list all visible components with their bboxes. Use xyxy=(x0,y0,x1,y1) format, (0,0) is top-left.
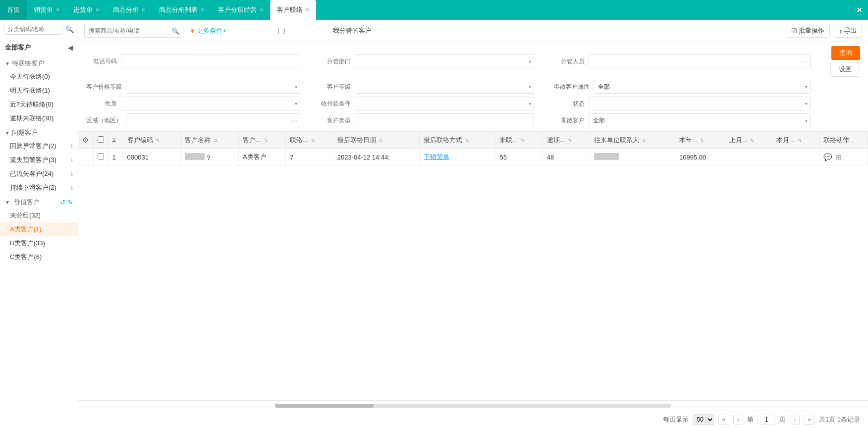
th-last-month[interactable]: 上月... ⇅ xyxy=(725,132,772,149)
contact-icon[interactable]: 💬 xyxy=(823,153,832,161)
status-select[interactable] xyxy=(589,97,811,110)
price-grade-select[interactable] xyxy=(126,80,300,94)
sidebar-item-ungroup[interactable]: 未分组(32) xyxy=(0,209,78,222)
info-icon-0: ℹ xyxy=(71,143,73,150)
pagination: 每页显示 50 « ‹ 第 页 › » 共1页 1条记录 xyxy=(78,411,868,428)
th-contact-count[interactable]: 联络... ⇅ xyxy=(286,132,333,149)
sidebar-item-tomorrow[interactable]: 明天待联络(1) xyxy=(0,84,78,98)
close-all-icon[interactable]: × xyxy=(857,5,862,15)
th-last-date[interactable]: 最后联络日期 ⇅ xyxy=(333,132,419,149)
sidebar-item-7days[interactable]: 近7天待联络(0) xyxy=(0,98,78,111)
lm-sort-icon: ⇅ xyxy=(465,138,469,143)
value-refresh-icon[interactable]: ↺ xyxy=(60,199,65,206)
sidebar-item-churned[interactable]: 已流失客户(24) ℹ xyxy=(0,167,78,181)
nav-sales-close[interactable]: × xyxy=(56,6,59,13)
th-this-year[interactable]: 本年... ⇅ xyxy=(675,132,725,149)
retail-attr-select[interactable]: 全部 xyxy=(594,80,811,94)
nav-goods-close[interactable]: × xyxy=(142,6,145,13)
sidebar-search-input[interactable] xyxy=(4,24,63,35)
nav-customer-tier[interactable]: 客户分层经营 × xyxy=(211,0,270,20)
nav-purchase-close[interactable]: × xyxy=(96,6,99,13)
per-page-select[interactable]: 50 xyxy=(693,414,714,425)
manager-label: 分管人员 xyxy=(554,57,589,66)
sidebar-item-today[interactable]: 今天待联络(0) xyxy=(0,70,78,84)
next-page-btn[interactable]: › xyxy=(790,415,800,425)
th-uncontacted[interactable]: 未联... ⇅ xyxy=(495,132,542,149)
region-wrap: ··· xyxy=(126,113,300,127)
dept-input-wrap: ▾ xyxy=(355,54,534,68)
more-filters-btn[interactable]: ▼ 更多条件 ▾ xyxy=(189,26,226,35)
batch-ops-button[interactable]: ☑ 批量操作 xyxy=(786,24,830,38)
th-category[interactable]: 客户... ⇅ xyxy=(239,132,286,149)
nav-goods-list-close[interactable]: × xyxy=(201,6,204,13)
my-customers-check[interactable] xyxy=(232,28,331,34)
all-customers-label: 全部客户 xyxy=(5,43,31,52)
first-page-btn[interactable]: « xyxy=(718,415,730,425)
nav-customer-contact-close[interactable]: × xyxy=(306,6,309,13)
manager-dots-icon[interactable]: ··· xyxy=(802,57,808,65)
gear-icon[interactable]: ⚙ xyxy=(82,136,89,144)
nav-customer-contact[interactable]: 客户联络 × xyxy=(270,0,316,20)
query-button[interactable]: 查询 xyxy=(831,46,860,60)
nav-home[interactable]: 首页 xyxy=(0,0,27,20)
scroll-thumb[interactable] xyxy=(275,404,374,408)
region-dots-icon[interactable]: ··· xyxy=(291,116,297,124)
more-action-icon[interactable]: ⊞ xyxy=(836,153,842,161)
my-customers-checkbox[interactable]: 我分管的客户 xyxy=(232,26,372,35)
region-field: 区域（地区） ··· xyxy=(86,113,300,127)
th-this-month[interactable]: 本月... ⇅ xyxy=(772,132,819,149)
nav-purchase[interactable]: 进货单 × xyxy=(66,0,106,20)
nature-select[interactable] xyxy=(121,97,300,110)
th-unit-contact[interactable]: 往来单位联系人 ⇅ xyxy=(590,132,675,149)
page-input[interactable] xyxy=(758,415,775,425)
th-last-method[interactable]: 最后联络方式 ⇅ xyxy=(419,132,495,149)
last-method-link[interactable]: 下销货单 xyxy=(424,153,449,160)
main-search-icon[interactable]: 🔍 xyxy=(171,27,179,35)
th-checkbox xyxy=(93,132,108,149)
th-code[interactable]: 客户编码 ⇅ xyxy=(123,132,181,149)
sidebar-item-a-class[interactable]: A类客户(1) xyxy=(0,222,78,236)
customer-type-input[interactable] xyxy=(355,113,534,127)
th-index: # xyxy=(108,132,123,149)
customer-type-label: 客户类型 xyxy=(320,116,355,125)
search-input[interactable] xyxy=(84,24,183,38)
sidebar-item-declining[interactable]: 持续下滑客户(2) ℹ xyxy=(0,181,78,195)
sidebar-item-repurchase[interactable]: 回购异常客户(2) ℹ xyxy=(0,139,78,153)
prev-page-btn[interactable]: ‹ xyxy=(733,415,743,425)
nav-goods-analysis[interactable]: 商品分析 × xyxy=(106,0,152,20)
th-name[interactable]: 客户名称 ⇅ xyxy=(181,132,239,149)
status-field: 状态 ▾ xyxy=(554,97,811,110)
customer-grade-select[interactable] xyxy=(355,80,534,94)
payment-select[interactable] xyxy=(355,97,534,110)
ld-sort-icon: ⇅ xyxy=(379,138,382,143)
export-button[interactable]: ↑ 导出 xyxy=(834,24,863,38)
customer-grade-wrap: ▾ xyxy=(355,80,534,94)
value-group[interactable]: ▼ 价值客户 ↺ ✎ xyxy=(0,195,78,209)
problem-group[interactable]: ▼ 问题客户 xyxy=(0,125,78,139)
nav-customer-tier-close[interactable]: × xyxy=(260,6,263,13)
retail-customer-select[interactable]: 全部 xyxy=(589,113,811,127)
select-all-checkbox[interactable] xyxy=(98,136,104,143)
sidebar-collapse-icon[interactable]: ◀ xyxy=(68,44,73,52)
th-overdue[interactable]: 逾期... ⇅ xyxy=(542,132,590,149)
pending-contact-group[interactable]: ▼ 待联络客户 xyxy=(0,56,78,70)
nav-goods-list[interactable]: 商品分析列表 × xyxy=(152,0,211,20)
sidebar-item-b-class[interactable]: B类客户(33) xyxy=(0,236,78,250)
dept-select[interactable] xyxy=(355,54,534,68)
manager-input[interactable] xyxy=(589,54,811,68)
last-page-btn[interactable]: » xyxy=(804,415,815,425)
sidebar-item-overdue[interactable]: 逾期未联络(30) xyxy=(0,111,78,125)
nav-sales[interactable]: 销货单 × xyxy=(27,0,66,20)
total-pages-label: 页 xyxy=(779,415,786,424)
phone-input[interactable] xyxy=(121,54,300,68)
status-wrap: ▾ xyxy=(589,97,811,110)
row-checkbox[interactable] xyxy=(98,153,104,160)
sidebar-item-c-class[interactable]: C类客户(6) xyxy=(0,250,78,264)
sidebar-search-icon[interactable]: 🔍 xyxy=(65,25,74,33)
payment-wrap: ▾ xyxy=(355,97,534,110)
sidebar-item-churn-warning[interactable]: 流失预警客户(3) ℹ xyxy=(0,153,78,167)
horizontal-scrollbar[interactable] xyxy=(275,404,671,408)
value-edit-icon[interactable]: ✎ xyxy=(67,199,73,206)
settings-button[interactable]: 设置 xyxy=(830,62,860,77)
region-input[interactable] xyxy=(126,113,300,127)
